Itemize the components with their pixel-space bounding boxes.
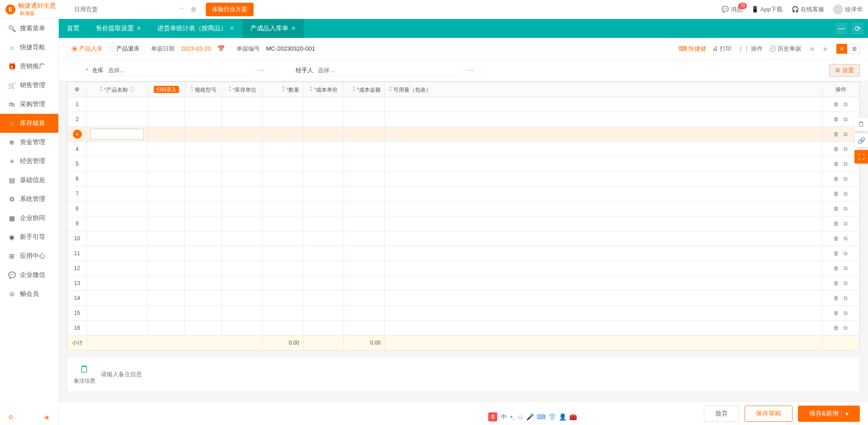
table-row[interactable]: 10 🗑⧉ <box>68 231 859 246</box>
tab[interactable]: 产成品入库单✕ <box>242 19 304 38</box>
col-product-name[interactable]: ▲▼*产品名称 ⓘ <box>87 82 148 97</box>
sidebar-item[interactable]: 🛍采购管理 <box>0 95 58 114</box>
sidebar-item[interactable]: ◉新手引导 <box>0 228 58 247</box>
save-draft-button[interactable]: 保存草稿 <box>745 406 793 422</box>
col-avail[interactable]: ▲▼可用量（包装） <box>385 82 822 97</box>
sidebar-item[interactable]: 🎁营销推广 <box>0 57 58 76</box>
warehouse-input[interactable] <box>107 65 252 76</box>
close-icon[interactable]: ✕ <box>230 25 234 32</box>
messages-link[interactable]: 💬 消息 70 <box>722 5 742 14</box>
table-row[interactable]: 1 🗑⧉ <box>68 97 859 112</box>
copy-icon[interactable]: ⧉ <box>844 250 848 257</box>
sidebar-item[interactable]: 🛒销售管理 <box>0 76 58 95</box>
copy-icon[interactable]: ⧉ <box>844 161 848 167</box>
product-name-input[interactable] <box>90 129 144 140</box>
delete-icon[interactable]: 🗑 <box>834 101 839 107</box>
table-row[interactable]: 14 🗑⧉ <box>68 291 859 306</box>
user-menu[interactable]: 徐泽华 <box>833 5 863 14</box>
copy-icon[interactable]: ⧉ <box>844 235 848 242</box>
copy-icon[interactable]: ⧉ <box>844 280 848 286</box>
bill-date-value[interactable]: 2023-03-20 <box>181 45 211 52</box>
delete-icon[interactable]: 🗑 <box>834 146 839 152</box>
table-row[interactable]: 4 🗑⧉ <box>68 142 859 157</box>
gear-icon[interactable]: ⚙ <box>191 6 197 13</box>
handler-input[interactable] <box>317 65 462 76</box>
table-row[interactable]: 13 🗑⧉ <box>68 276 859 291</box>
save-add-button[interactable]: 保存&新增 ▾ <box>798 406 860 422</box>
col-price[interactable]: ▲▼*成本单价 <box>303 82 344 97</box>
sidebar-item[interactable]: ⊕资金管理 <box>0 133 58 152</box>
delete-icon[interactable]: 🗑 <box>834 250 839 257</box>
view-list-button[interactable]: ≡ <box>836 44 847 54</box>
table-row[interactable]: 16 🗑⧉ <box>68 321 859 336</box>
rail-expand-button[interactable]: ⛶ <box>854 150 868 163</box>
delete-icon[interactable]: 🗑 <box>834 191 839 197</box>
col-amount[interactable]: ▲▼*成本金额 <box>344 82 385 97</box>
more-icon[interactable]: ⋯ <box>258 67 264 74</box>
table-row[interactable]: 5 🗑⧉ <box>68 157 859 172</box>
ime-skin-icon[interactable]: 👕 <box>548 413 556 420</box>
delete-icon[interactable]: 🗑 <box>834 161 839 167</box>
view-card-button[interactable]: ⊞ <box>849 44 860 54</box>
rail-note-button[interactable]: 🗒 <box>854 117 868 131</box>
tab[interactable]: 首页 <box>59 19 88 38</box>
sidebar-item[interactable]: ▦企业协同 <box>0 209 58 228</box>
print-link[interactable]: 🖨 打印 <box>712 45 731 53</box>
next-arrow-icon[interactable]: ▶ <box>822 45 830 52</box>
operate-link[interactable]: ⋮⋮ 操作 <box>738 45 763 53</box>
col-spec[interactable]: ▲▼规格型号 <box>185 82 222 97</box>
ime-tool-icon[interactable]: •, <box>510 413 514 420</box>
ime-mic-icon[interactable]: 🎤 <box>526 413 534 420</box>
sidebar-item[interactable]: ⌂库存核算 <box>0 114 58 133</box>
table-row[interactable]: + 🗑⧉ <box>68 127 859 142</box>
remark-input[interactable] <box>101 364 853 385</box>
tab[interactable]: 进货单统计表（按商品）✕ <box>149 19 242 38</box>
ime-keyboard-icon[interactable]: ⌨ <box>537 413 546 420</box>
sidebar-item[interactable]: ⚙系统管理 <box>0 190 58 209</box>
delete-icon[interactable]: 🗑 <box>834 295 839 301</box>
table-row[interactable]: 7 🗑⧉ <box>68 187 859 201</box>
radio-product-out[interactable]: 产品退库 <box>109 45 140 53</box>
copy-icon[interactable]: ⧉ <box>844 205 848 212</box>
rail-link-button[interactable]: 🔗 <box>854 134 868 147</box>
copy-icon[interactable]: ⧉ <box>844 295 848 301</box>
delete-icon[interactable]: 🗑 <box>834 325 839 331</box>
tabs-refresh-button[interactable]: ⟳ <box>852 23 863 34</box>
sidebar-item[interactable]: ▤基础信息 <box>0 171 58 190</box>
add-row-icon[interactable]: + <box>73 130 82 139</box>
more-icon[interactable]: ⋯ <box>468 67 474 74</box>
close-icon[interactable]: ✕ <box>137 25 141 32</box>
col-qty[interactable]: ▲▼*数量 <box>263 82 303 97</box>
table-row[interactable]: 2 🗑⧉ <box>68 112 859 127</box>
shortcut-link[interactable]: ⌨ 快捷键 <box>679 45 706 53</box>
experience-button[interactable]: 体验行业方案 <box>206 3 254 16</box>
copy-icon[interactable]: ⧉ <box>844 220 848 227</box>
col-gear[interactable]: ⚙ <box>68 82 87 97</box>
table-row[interactable]: 6 🗑⧉ <box>68 172 859 187</box>
ime-lang[interactable]: 中 <box>501 413 507 421</box>
settings-gear-icon[interactable]: ⚙ <box>8 414 14 420</box>
ime-logo-icon[interactable]: S <box>488 412 497 421</box>
table-row[interactable]: 12 🗑⧉ <box>68 261 859 276</box>
delete-icon[interactable]: 🗑 <box>834 205 839 212</box>
sidebar-item[interactable]: ≡经营管理 <box>0 152 58 171</box>
online-service-link[interactable]: 🎧 在线客服 <box>792 5 824 14</box>
delete-icon[interactable]: 🗑 <box>834 265 839 271</box>
table-row[interactable]: 8 🗑⧉ <box>68 201 859 216</box>
copy-icon[interactable]: ⧉ <box>844 131 848 137</box>
copy-icon[interactable]: ⧉ <box>844 146 848 152</box>
prev-arrow-icon[interactable]: ◀ <box>807 45 816 52</box>
ime-emoji-icon[interactable]: ☺ <box>517 413 524 420</box>
sidebar-item[interactable]: ⊞应用中心 <box>0 247 58 266</box>
sidebar-item[interactable]: ♔畅会员 <box>0 285 58 304</box>
sidebar-item[interactable]: 🔍搜索菜单 <box>0 19 58 38</box>
settings-button[interactable]: ⚙ 设置 <box>829 64 860 77</box>
discard-button[interactable]: 放弃 <box>704 406 739 422</box>
sidebar-item[interactable]: 💬企业微信 <box>0 266 58 285</box>
copy-icon[interactable]: ⧉ <box>844 176 848 182</box>
delete-icon[interactable]: 🗑 <box>834 131 839 137</box>
sidebar-item[interactable]: ⌂快捷导航 <box>0 38 58 57</box>
tabs-minimize-button[interactable]: — <box>835 23 847 34</box>
table-row[interactable]: 9 🗑⧉ <box>68 216 859 231</box>
copy-icon[interactable]: ⧉ <box>844 191 848 197</box>
